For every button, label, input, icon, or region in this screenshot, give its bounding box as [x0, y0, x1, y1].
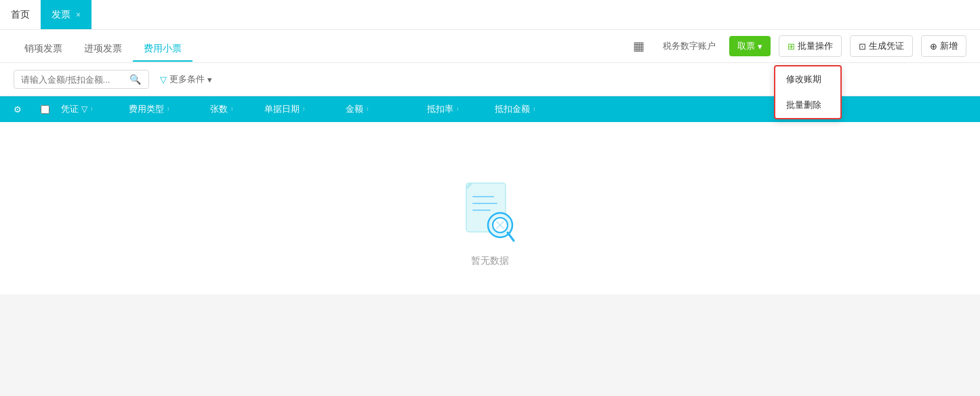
col-deductamt-label: 抵扣金额 — [495, 103, 530, 115]
empty-icon — [456, 176, 524, 244]
toolbar-nav: 销项发票 进项发票 费用小票 — [14, 37, 628, 56]
batch-button[interactable]: ⊞ 批量操作 — [779, 35, 842, 57]
add-button[interactable]: ⊕ 新增 — [921, 35, 966, 57]
search-input-wrapper[interactable]: 🔍 — [14, 70, 149, 89]
col-deductamt[interactable]: 抵扣金额 ↕ — [495, 103, 576, 115]
nav-item-expense-ticket[interactable]: 费用小票 — [133, 37, 192, 62]
col-amount-label: 金额 — [346, 103, 363, 115]
col-voucher-label: 凭证 — [61, 103, 79, 115]
batch-dropdown-menu: 修改账期 批量删除 — [774, 65, 842, 119]
col-count-sort[interactable]: ↕ — [230, 106, 233, 112]
toolbar: 销项发票 进项发票 费用小票 ▦ 税务数字账户 取票 ▾ ⊞ 批量操作 修改账期… — [0, 30, 980, 63]
svg-line-6 — [508, 233, 514, 241]
col-deductrate-sort[interactable]: ↕ — [456, 106, 459, 112]
generate-voucher-icon: ⊡ — [859, 41, 866, 52]
empty-state-text: 暂无数据 — [471, 255, 509, 267]
col-deductrate-label: 抵扣率 — [427, 103, 453, 115]
col-gear[interactable]: ⚙ — [14, 104, 41, 115]
add-label: 新增 — [940, 40, 958, 52]
col-count[interactable]: 张数 ↕ — [210, 103, 264, 115]
col-exptype-sort[interactable]: ↕ — [167, 106, 169, 112]
quepiao-label: 取票 — [737, 40, 755, 52]
invoice-tab-close[interactable]: × — [76, 10, 81, 20]
col-checkbox[interactable] — [41, 105, 61, 114]
more-conditions-label: 更多条件 — [169, 73, 205, 85]
col-deductamt-sort[interactable]: ↕ — [533, 106, 535, 112]
home-tab[interactable]: 首页 — [0, 0, 41, 29]
nav-item-purchase-invoice[interactable]: 进项发票 — [73, 37, 133, 62]
col-voucher[interactable]: 凭证 ▽ ↕ — [61, 103, 129, 115]
col-count-label: 张数 — [210, 103, 228, 115]
col-deductrate[interactable]: 抵扣率 ↕ — [427, 103, 495, 115]
search-input[interactable] — [21, 75, 129, 85]
top-bar: 首页 发票 × — [0, 0, 980, 30]
more-conditions-button[interactable]: ▽ 更多条件 ▾ — [160, 73, 212, 85]
col-voucher-filter-icon: ▽ — [81, 104, 87, 114]
empty-state: 暂无数据 — [0, 122, 980, 294]
search-icon[interactable]: 🔍 — [129, 74, 141, 85]
page-content: ⚙ 凭证 ▽ ↕ 费用类型 ↕ 张数 ↕ 单据日期 ↕ 金额 ↕ 抵扣率 ↕ — [0, 96, 980, 294]
col-exptype-label: 费用类型 — [129, 103, 164, 115]
batch-label: 批量操作 — [798, 40, 833, 52]
tax-digital-button[interactable]: 税务数字账户 — [657, 37, 721, 55]
filter-icon: ▽ — [160, 75, 167, 85]
batch-icon: ⊞ — [788, 41, 795, 52]
col-voucher-sort[interactable]: ↕ — [90, 106, 93, 112]
add-icon: ⊕ — [930, 41, 937, 52]
dropdown-item-modify-period[interactable]: 修改账期 — [775, 66, 840, 92]
gear-icon: ⚙ — [14, 104, 22, 115]
toolbar-actions: ▦ 税务数字账户 取票 ▾ ⊞ 批量操作 修改账期 批量删除 ⊡ 生成凭证 ⊕ … — [628, 35, 966, 57]
col-date-sort[interactable]: ↕ — [302, 106, 305, 112]
generate-voucher-label: 生成凭证 — [869, 40, 904, 52]
quepiao-button[interactable]: 取票 ▾ — [729, 36, 771, 56]
generate-voucher-button[interactable]: ⊡ 生成凭证 — [850, 35, 913, 57]
invoice-tab-label: 发票 — [52, 9, 70, 21]
col-amount-sort[interactable]: ↕ — [366, 106, 369, 112]
batch-btn-wrapper: ⊞ 批量操作 修改账期 批量删除 — [779, 35, 842, 57]
col-amount[interactable]: 金额 ↕ — [346, 103, 427, 115]
col-date[interactable]: 单据日期 ↕ — [264, 103, 346, 115]
quepiao-dropdown-icon: ▾ — [758, 41, 762, 52]
nav-item-sales-invoice[interactable]: 销项发票 — [14, 37, 73, 62]
col-date-label: 单据日期 — [264, 103, 300, 115]
invoice-tab[interactable]: 发票 × — [41, 0, 91, 29]
qr-icon-button[interactable]: ▦ — [628, 35, 649, 57]
more-conditions-dropdown-icon: ▾ — [207, 75, 212, 85]
dropdown-item-batch-delete[interactable]: 批量删除 — [775, 92, 840, 118]
select-all-checkbox[interactable] — [41, 105, 49, 114]
col-exptype[interactable]: 费用类型 ↕ — [129, 103, 210, 115]
